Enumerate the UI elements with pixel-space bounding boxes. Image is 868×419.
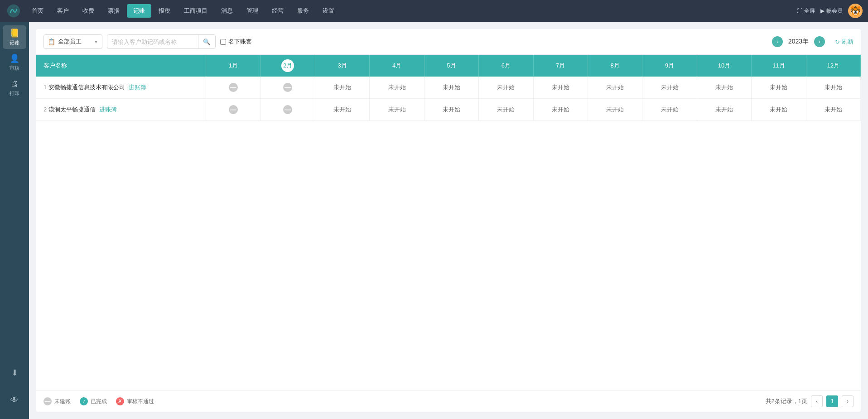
prev-year-button[interactable]: ‹ xyxy=(772,36,783,47)
month-cell-7: 未开始 xyxy=(533,77,588,99)
refresh-icon: ↻ xyxy=(835,39,840,45)
month-cell-4: 未开始 xyxy=(370,77,424,99)
logo xyxy=(5,3,22,19)
avatar[interactable]: 🐯 xyxy=(848,4,863,18)
nav-settings[interactable]: 设置 xyxy=(316,4,341,18)
next-page-button[interactable]: › xyxy=(842,395,854,407)
view-icon: 👁 xyxy=(10,395,19,405)
nav-tax[interactable]: 报税 xyxy=(152,4,177,18)
sidebar-item-bookkeeping-label: 记账 xyxy=(10,39,19,46)
bookkeeping-icon: 📒 xyxy=(10,28,19,38)
toolbar: 📋 全部员工 ▼ 🔍 名下账套 ‹ 2023年 › xyxy=(36,29,861,55)
th-month-10: 10月 xyxy=(697,55,751,77)
th-customer-name: 客户名称 xyxy=(36,55,206,77)
month-cell-1: — xyxy=(206,77,260,99)
month-cell-12: 未开始 xyxy=(806,99,860,121)
page-1-button[interactable]: 1 xyxy=(826,395,838,407)
month-cell-1: — xyxy=(206,99,260,121)
nav-management[interactable]: 管理 xyxy=(240,4,265,18)
th-month-11: 11月 xyxy=(752,55,806,77)
legend-completed: ✓ 已完成 xyxy=(80,397,107,405)
legend-rejected: ✗ 审核不通过 xyxy=(116,397,154,405)
row-index: 1 xyxy=(43,84,47,91)
under-account-checkbox[interactable] xyxy=(220,39,226,45)
vip-icon: ▶ xyxy=(820,8,825,14)
month-cell-8: 未开始 xyxy=(588,99,642,121)
th-month-1: 1月 xyxy=(206,55,260,77)
customer-name-cell: 2漠澜太平畅捷通信进账簿 xyxy=(36,99,206,121)
main-table: 客户名称 1月 2月 3月 4月 5月 6月 7月 8月 9月 10月 11月 xyxy=(36,55,861,121)
month-cell-12: 未开始 xyxy=(806,77,860,99)
customer-name: 安徽畅捷通信息技术有限公司 xyxy=(48,84,125,91)
month-cell-10: 未开始 xyxy=(697,99,751,121)
sidebar-item-bookkeeping[interactable]: 📒 记账 xyxy=(3,25,26,49)
table-header-row: 客户名称 1月 2月 3月 4月 5月 6月 7月 8月 9月 10月 11月 xyxy=(36,55,861,77)
nav-right: ⛶ 全屏 ▶ 畅会员 🐯 xyxy=(797,4,863,18)
fullscreen-button[interactable]: ⛶ 全屏 xyxy=(797,7,815,15)
nav-home[interactable]: 首页 xyxy=(25,4,50,18)
month-cell-5: 未开始 xyxy=(424,99,478,121)
table-row: 2漠澜太平畅捷通信进账簿——未开始未开始未开始未开始未开始未开始未开始未开始未开… xyxy=(36,99,861,121)
review-icon: 👤 xyxy=(10,53,19,63)
enter-ledger-link[interactable]: 进账簿 xyxy=(99,106,117,113)
refresh-button[interactable]: ↻ 刷新 xyxy=(835,38,854,46)
nav-operations[interactable]: 经营 xyxy=(265,4,290,18)
month-cell-5: 未开始 xyxy=(424,77,478,99)
nav-bookkeeping[interactable]: 记账 xyxy=(127,4,151,18)
search-input[interactable] xyxy=(107,37,198,47)
month-cell-6: 未开始 xyxy=(479,99,533,121)
not-created-icon: — xyxy=(43,397,52,405)
month-cell-11: 未开始 xyxy=(752,77,806,99)
prev-page-button[interactable]: ‹ xyxy=(811,395,823,407)
month-cell-3: 未开始 xyxy=(315,99,369,121)
month-cell-9: 未开始 xyxy=(642,99,697,121)
th-month-8: 8月 xyxy=(588,55,642,77)
th-month-7: 7月 xyxy=(533,55,588,77)
active-month-badge: 2月 xyxy=(281,59,294,72)
dash-icon: — xyxy=(283,83,292,92)
dash-icon: — xyxy=(229,105,238,114)
search-icon: 🔍 xyxy=(203,39,211,45)
month-cell-10: 未开始 xyxy=(697,77,751,99)
vip-label: 畅会员 xyxy=(826,7,843,15)
year-label: 2023年 xyxy=(788,38,809,46)
nav-commerce[interactable]: 工商项目 xyxy=(178,4,214,18)
customer-name-cell: 1安徽畅捷通信息技术有限公司进账簿 xyxy=(36,77,206,99)
sidebar-item-review-label: 审核 xyxy=(10,65,19,72)
sidebar-item-review[interactable]: 👤 审核 xyxy=(3,51,26,74)
legend-not-created-label: 未建账 xyxy=(54,398,71,405)
search-button[interactable]: 🔍 xyxy=(198,34,215,49)
fullscreen-icon: ⛶ xyxy=(797,8,802,14)
nav-service[interactable]: 服务 xyxy=(291,4,315,18)
checkbox-text: 名下账套 xyxy=(228,38,252,46)
main-layout: 📒 记账 👤 审核 🖨 打印 ⬇ 👁 📋 全 xyxy=(0,22,868,419)
sidebar-item-print[interactable]: 🖨 打印 xyxy=(3,76,26,100)
print-icon: 🖨 xyxy=(10,79,19,89)
refresh-label: 刷新 xyxy=(842,38,854,46)
nav-invoice[interactable]: 票据 xyxy=(101,4,126,18)
employee-label: 全部员工 xyxy=(58,38,91,46)
employee-select[interactable]: 📋 全部员工 ▼ xyxy=(43,34,102,49)
nav-items: 首页 客户 收费 票据 记账 报税 工商项目 消息 管理 经营 服务 设置 xyxy=(25,4,797,18)
row-index: 2 xyxy=(43,106,47,113)
customer-name: 漠澜太平畅捷通信 xyxy=(48,106,96,113)
nav-message[interactable]: 消息 xyxy=(215,4,239,18)
dash-icon: — xyxy=(283,105,292,114)
th-month-6: 6月 xyxy=(479,55,533,77)
nav-customer[interactable]: 客户 xyxy=(51,4,75,18)
sidebar-item-download[interactable]: ⬇ xyxy=(3,361,26,385)
search-box: 🔍 xyxy=(107,34,216,49)
next-year-button[interactable]: › xyxy=(814,36,825,47)
footer: — 未建账 ✓ 已完成 ✗ 审核不通过 共2条记录，1页 ‹ 1 › xyxy=(36,390,861,412)
nav-billing[interactable]: 收费 xyxy=(76,4,101,18)
sidebar-item-view[interactable]: 👁 xyxy=(3,388,26,412)
month-cell-8: 未开始 xyxy=(588,77,642,99)
footer-pagination: 共2条记录，1页 ‹ 1 › xyxy=(766,395,854,407)
enter-ledger-link[interactable]: 进账簿 xyxy=(129,84,146,91)
month-cell-6: 未开始 xyxy=(479,77,533,99)
sidebar-item-print-label: 打印 xyxy=(10,90,19,97)
month-cell-2: — xyxy=(260,77,315,99)
vip-button[interactable]: ▶ 畅会员 xyxy=(820,7,843,15)
checkbox-label[interactable]: 名下账套 xyxy=(220,38,252,46)
th-month-9: 9月 xyxy=(642,55,697,77)
